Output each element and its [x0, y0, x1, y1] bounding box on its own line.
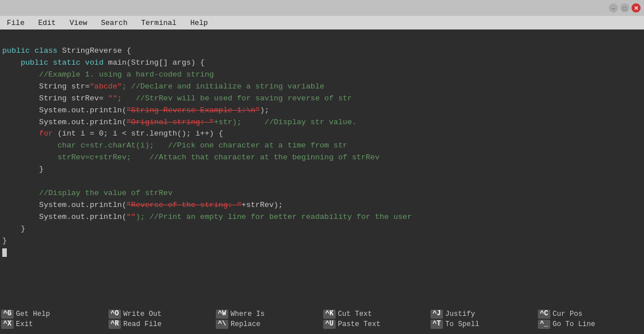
window-controls: – □ ✕ — [609, 3, 641, 12]
shortcut-key-5-1: ^_ — [538, 320, 550, 329]
menu-item-view[interactable]: View — [65, 18, 91, 28]
shortcut-line-0-1: ^XExit — [1, 320, 106, 329]
code-line-12: //Display the value of strRev — [2, 188, 642, 200]
shortcut-group-4: ^JJustify^TTo Spell — [429, 305, 537, 334]
menu-item-file[interactable]: File — [2, 18, 29, 28]
shortcut-key-4-1: ^T — [430, 320, 443, 329]
code-line-10: } — [2, 164, 642, 176]
shortcut-label-3-0: Cut Text — [338, 310, 372, 319]
code-line-5: System.out.println("String Reverse Examp… — [2, 105, 642, 117]
menu-item-search[interactable]: Search — [97, 18, 132, 28]
code-line-7: for (int i = 0; i < str.length(); i++) { — [2, 128, 642, 140]
shortcut-label-4-1: To Spell — [445, 320, 479, 329]
cursor-line — [2, 247, 642, 259]
shortcut-group-5: ^CCur Pos^_Go To Line — [537, 305, 644, 334]
shortcut-group-3: ^KCut Text^UPaste Text — [322, 305, 429, 334]
shortcut-label-1-0: Write Out — [123, 310, 162, 319]
code-line-8: char c=str.charAt(i); //Pick one charact… — [2, 140, 642, 152]
shortcut-line-1-0: ^OWrite Out — [108, 310, 214, 319]
code-line-11 — [2, 176, 642, 188]
editor[interactable]: public class StringReverse { public stat… — [0, 44, 644, 305]
menu-item-help[interactable]: Help — [186, 18, 212, 28]
shortcut-label-0-0: Get Help — [16, 310, 50, 319]
shortcut-key-1-1: ^R — [108, 320, 121, 329]
shortcut-key-0-0: ^G — [1, 310, 14, 319]
code-line-13: System.out.println("Reverse of the strin… — [2, 200, 642, 212]
menu-item-terminal[interactable]: Terminal — [136, 18, 181, 28]
shortcut-key-2-1: ^\ — [216, 320, 228, 329]
shortcut-key-2-0: ^W — [216, 310, 228, 319]
shortcut-group-2: ^WWhere Is^\Replace — [215, 305, 322, 334]
code-line-2: //Example 1. using a hard-coded string — [2, 69, 642, 81]
code-line-0: public class StringReverse { — [2, 45, 642, 57]
shortcut-line-4-1: ^TTo Spell — [430, 320, 536, 329]
code-line-15: } — [2, 223, 642, 235]
shortcut-label-2-0: Where Is — [231, 310, 265, 319]
code-line-16: } — [2, 235, 642, 247]
minimize-button[interactable]: – — [609, 3, 618, 12]
maximize-button[interactable]: □ — [620, 3, 629, 12]
nano-header — [0, 29, 644, 44]
shortcut-label-2-1: Replace — [231, 320, 261, 329]
shortcut-label-5-0: Cur Pos — [553, 310, 583, 319]
shortcut-line-4-0: ^JJustify — [430, 310, 536, 319]
code-line-4: String strRev= ""; //StrRev will be used… — [2, 93, 642, 105]
shortcut-key-5-0: ^C — [538, 310, 550, 319]
code-line-14: System.out.println(""); //Print an empty… — [2, 212, 642, 223]
code-line-9: strRev=c+strRev; //Attach that character… — [2, 152, 642, 164]
shortcut-label-4-0: Justify — [445, 310, 475, 319]
shortcut-label-5-1: Go To Line — [553, 320, 595, 329]
title-bar: – □ ✕ — [0, 0, 644, 16]
menu-bar: FileEditViewSearchTerminalHelp — [0, 16, 644, 29]
shortcut-key-3-1: ^U — [323, 320, 336, 329]
shortcut-label-1-1: Read File — [123, 320, 162, 329]
shortcut-group-0: ^GGet Help^XExit — [0, 305, 107, 334]
shortcut-line-2-1: ^\Replace — [216, 320, 321, 329]
shortcut-line-5-1: ^_Go To Line — [538, 320, 643, 329]
menu-item-edit[interactable]: Edit — [34, 18, 60, 28]
code-line-1: public static void main(String[] args) { — [2, 57, 642, 69]
close-button[interactable]: ✕ — [632, 3, 641, 12]
shortcut-key-0-1: ^X — [1, 320, 14, 329]
shortcut-line-0-0: ^GGet Help — [1, 310, 106, 319]
shortcut-group-1: ^OWrite Out^RRead File — [107, 305, 215, 334]
code-line-6: System.out.println("Original string: "+s… — [2, 117, 642, 129]
shortcut-label-3-1: Paste Text — [338, 320, 380, 329]
shortcut-line-3-1: ^UPaste Text — [323, 320, 428, 329]
shortcut-label-0-1: Exit — [16, 320, 33, 329]
shortcut-line-5-0: ^CCur Pos — [538, 310, 643, 319]
shortcut-line-1-1: ^RRead File — [108, 320, 214, 329]
bottom-bar: ^GGet Help^XExit^OWrite Out^RRead File^W… — [0, 305, 644, 334]
shortcut-line-2-0: ^WWhere Is — [216, 310, 321, 319]
shortcut-line-3-0: ^KCut Text — [323, 310, 428, 319]
shortcut-key-1-0: ^O — [108, 310, 121, 319]
shortcut-key-4-0: ^J — [430, 310, 443, 319]
shortcut-key-3-0: ^K — [323, 310, 336, 319]
code-line-3: String str="abcde"; //Declare and initia… — [2, 81, 642, 93]
